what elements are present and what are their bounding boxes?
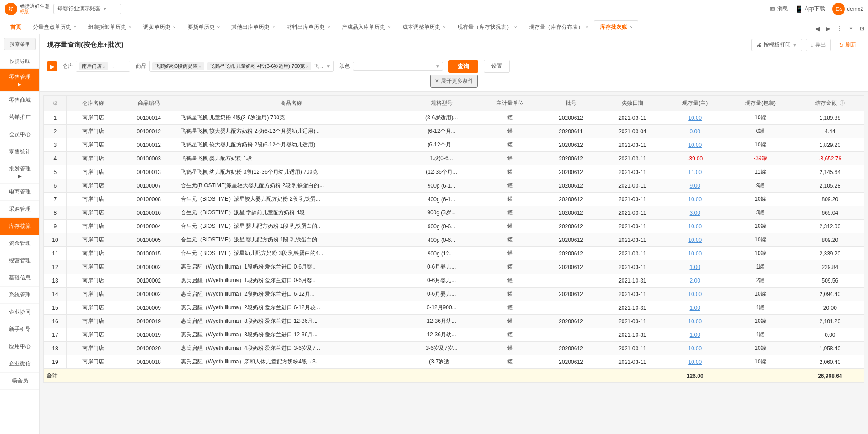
settings-btn[interactable]: 设置 xyxy=(484,60,510,73)
sidebar-item-operation-mgmt[interactable]: 经营管理 xyxy=(0,252,39,269)
row-stock-main[interactable]: 10.00 xyxy=(665,247,725,260)
close-icon[interactable]: × xyxy=(103,64,105,69)
sidebar-item-enterprise-collab[interactable]: 企业协同 xyxy=(0,304,39,321)
sidebar-item-new-guide[interactable]: 新手引导 xyxy=(0,321,39,338)
close-icon[interactable]: × xyxy=(514,25,517,30)
sidebar-item-system-mgmt[interactable]: 系统管理 xyxy=(0,287,39,304)
row-stock-main[interactable]: 10.00 xyxy=(665,138,725,152)
row-stock-main[interactable]: 2.00 xyxy=(665,274,725,288)
tab-split-inventory[interactable]: 分量盘点单历史 × xyxy=(27,20,82,34)
messages-btn[interactable]: ✉ 消息 xyxy=(770,5,788,13)
row-stock-main[interactable]: 9.00 xyxy=(665,179,725,193)
sidebar-item-inventory-check[interactable]: 库存核算 xyxy=(0,218,39,235)
row-stock-pkg: 11罐 xyxy=(725,165,796,179)
row-idx: 10 xyxy=(44,233,67,247)
tab-stock-dist[interactable]: 现存量（库存分布表） × xyxy=(523,20,594,34)
tab-more-btn[interactable]: ⋮ xyxy=(833,24,846,33)
sidebar-item-retail-mgmt[interactable]: 零售管理 ▶ xyxy=(0,69,39,92)
sidebar-item-wholesale-mgmt[interactable]: 批发管理 ▶ xyxy=(0,160,39,184)
row-code: 00100005 xyxy=(120,233,178,247)
sidebar-shortcut-btn[interactable]: 快捷导航 xyxy=(0,54,39,69)
close-icon[interactable]: × xyxy=(129,25,132,30)
tab-batch-ledger[interactable]: 库存批次账 × xyxy=(594,20,638,34)
row-batch: 20200612 xyxy=(542,260,600,274)
tab-product-in[interactable]: 产成品入库单历史 × xyxy=(336,20,396,34)
tab-cost-adjust[interactable]: 成本调整单历史 × xyxy=(396,20,452,34)
tab-material-out[interactable]: 材料出库单历史 × xyxy=(281,20,336,34)
refresh-btn[interactable]: ↻ 刷新 xyxy=(835,39,861,51)
close-icon[interactable]: × xyxy=(443,25,446,30)
row-stock-main[interactable]: 10.00 xyxy=(665,342,725,355)
row-stock-main[interactable]: 11.00 xyxy=(665,165,725,179)
member-center-label: 会员中心 xyxy=(9,131,31,138)
col-gear[interactable]: ⚙ xyxy=(44,96,67,111)
row-stock-main[interactable]: 10.00 xyxy=(665,355,725,369)
tab-stock-status[interactable]: 现存量（库存状况表） × xyxy=(452,20,523,34)
close-icon[interactable]: × xyxy=(217,25,220,30)
sidebar-item-ecommerce-mgmt[interactable]: 电商管理 xyxy=(0,184,39,201)
username-label: demo2 xyxy=(847,6,863,12)
query-btn[interactable]: 查询 xyxy=(448,60,478,73)
row-stock-main[interactable]: 10.00 xyxy=(665,315,725,328)
tab-maximize-btn[interactable]: ⊡ xyxy=(856,24,868,33)
tab-next-btn[interactable]: ▶ xyxy=(823,23,833,34)
product-more-text[interactable]: 飞... xyxy=(314,63,323,70)
export-btn[interactable]: ↓ 导出 xyxy=(806,39,831,51)
expand-filter-btn[interactable]: ▶ xyxy=(47,61,57,71)
row-stock-main[interactable]: 10.00 xyxy=(665,288,725,301)
close-icon[interactable]: × xyxy=(272,25,275,30)
sidebar-item-marketing[interactable]: 营销推广 xyxy=(0,109,39,126)
sidebar-item-finance-mgmt[interactable]: 资金管理 xyxy=(0,235,39,252)
filter-more-dots[interactable]: … xyxy=(111,64,116,69)
row-stock-main[interactable]: 1.00 xyxy=(665,301,725,315)
sidebar-item-member-app[interactable]: 畅会员 xyxy=(0,373,39,390)
user-profile-btn[interactable]: Ea demo2 xyxy=(832,3,863,15)
expand-more-conditions-btn[interactable]: ⊻ 展开更多条件 xyxy=(430,75,478,88)
row-stock-main[interactable]: 10.00 xyxy=(665,233,725,247)
tab-prev-btn[interactable]: ◀ xyxy=(812,23,823,34)
row-stock-main[interactable]: 1.00 xyxy=(665,328,725,342)
account-label: 母婴行业演示账套 xyxy=(57,5,101,13)
tab-close-all-btn[interactable]: × xyxy=(846,24,856,33)
tab-transfer[interactable]: 调拨单历史 × xyxy=(137,20,182,34)
row-stock-pkg: 0罐 xyxy=(725,125,796,138)
search-menu-btn[interactable]: 搜索菜单 xyxy=(4,38,36,50)
sidebar-item-enterprise-wechat[interactable]: 企业微信 xyxy=(0,355,39,373)
row-expire: 2021-03-11 xyxy=(600,342,665,355)
close-icon[interactable]: × xyxy=(586,25,589,30)
close-icon[interactable]: × xyxy=(630,25,632,30)
row-stock-main[interactable]: 10.00 xyxy=(665,220,725,233)
close-icon[interactable]: × xyxy=(198,64,201,69)
close-icon[interactable]: × xyxy=(306,64,308,69)
sidebar-item-purchase-mgmt[interactable]: 采购管理 xyxy=(0,201,39,218)
template-print-btn[interactable]: 🖨 按模板打印 ▼ xyxy=(751,39,802,51)
info-icon[interactable]: ⓘ xyxy=(840,100,845,106)
row-stock-main[interactable]: 10.00 xyxy=(665,193,725,206)
app-download-btn[interactable]: 📱 App下载 xyxy=(795,5,825,13)
sidebar-item-basic-info[interactable]: 基础信息 xyxy=(0,269,39,287)
warehouse-tag-container[interactable]: 南岸门店 × … xyxy=(76,61,130,72)
sidebar-item-retail-shop[interactable]: 零售商城 xyxy=(0,92,39,109)
row-stock-main[interactable]: 0.00 xyxy=(665,125,725,138)
main-layout: 搜索菜单 快捷导航 零售管理 ▶ 零售商城 营销推广 会员中心 零售统计 批发管… xyxy=(0,34,868,434)
sidebar-item-app-center[interactable]: 应用中心 xyxy=(0,338,39,355)
sidebar-item-retail-stats[interactable]: 零售统计 xyxy=(0,143,39,160)
color-tag-container[interactable]: ▼ xyxy=(353,62,443,71)
close-icon[interactable]: × xyxy=(173,25,176,30)
tab-home[interactable]: 首页 xyxy=(5,20,27,34)
sidebar-item-member-center[interactable]: 会员中心 xyxy=(0,126,39,143)
close-icon[interactable]: × xyxy=(327,25,330,30)
close-icon[interactable]: × xyxy=(74,25,76,30)
product-tag-container[interactable]: 飞鹤奶粉3段两提装 × 飞鹤星飞帆 儿童奶粉 4段(3-6岁适用) 700克 ×… xyxy=(149,61,334,72)
close-icon[interactable]: × xyxy=(388,25,391,30)
logo-symbol: 好 xyxy=(9,6,13,12)
row-stock-main[interactable]: 3.00 xyxy=(665,206,725,220)
tab-other-out[interactable]: 其他出库单历史 × xyxy=(226,20,281,34)
row-stock-main[interactable]: 1.00 xyxy=(665,260,725,274)
account-selector[interactable]: 母婴行业演示账套 ▼ xyxy=(53,4,121,14)
row-stock-main[interactable]: -39.00 xyxy=(665,152,725,165)
row-stock-main[interactable]: 10.00 xyxy=(665,111,725,125)
row-name: 合生元（BIOSTIME）派星 婴儿配方奶粉 1段 乳铁蛋白的... xyxy=(178,233,405,247)
tab-disassemble[interactable]: 组装拆卸单历史 × xyxy=(82,20,137,34)
tab-requisition[interactable]: 要货单历史 × xyxy=(182,20,226,34)
